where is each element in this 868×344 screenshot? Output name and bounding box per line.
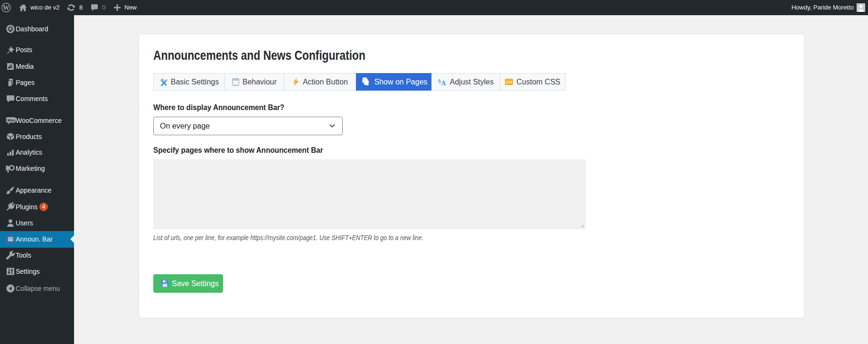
svg-text:Woo: Woo: [7, 118, 15, 122]
svg-text:A: A: [441, 80, 446, 86]
svg-text:W: W: [3, 4, 9, 11]
svg-text:CSS: CSS: [506, 81, 513, 84]
